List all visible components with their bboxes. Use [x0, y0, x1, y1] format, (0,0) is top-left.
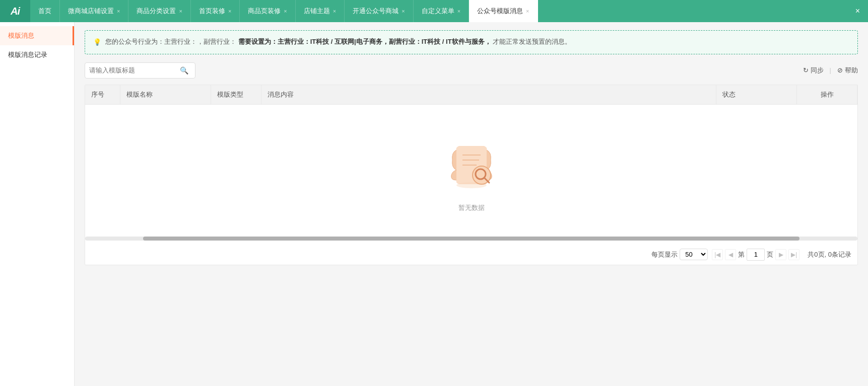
notice-text1: 您的公众号行业为：主营行业：，副营行业：	[105, 38, 236, 45]
page-navigation: |◀ ◀ 第 页 ▶ ▶|	[712, 249, 799, 261]
th-name: 模版名称	[120, 85, 211, 104]
nav-item-theme[interactable]: 店铺主题 ×	[296, 0, 345, 22]
top-navigation: Ai 首页 微商城店铺设置 × 商品分类设置 × 首页装修 × 商品页装修 × …	[0, 0, 868, 22]
first-page-button[interactable]: |◀	[712, 249, 723, 260]
app-logo: Ai	[0, 0, 30, 22]
sidebar-item-template-log[interactable]: 模版消息记录	[0, 45, 74, 64]
data-table: 序号 模版名称 模版类型 消息内容 状态 操作	[85, 85, 858, 265]
main-layout: 模版消息 模版消息记录 💡 您的公众号行业为：主营行业：，副营行业： 需要设置为…	[0, 22, 868, 386]
notice-banner: 💡 您的公众号行业为：主营行业：，副营行业： 需要设置为：主营行业：IT科技 /…	[85, 30, 858, 54]
empty-illustration	[441, 135, 502, 195]
sync-label: 同步	[811, 66, 824, 75]
action-divider: |	[830, 66, 831, 74]
nav-label-weshop: 微商城店铺设置	[68, 7, 114, 16]
close-wechat-shop-icon[interactable]: ×	[402, 8, 405, 14]
nav-item-weshop[interactable]: 微商城店铺设置 ×	[60, 0, 128, 22]
nav-item-home[interactable]: 首页	[30, 0, 60, 22]
sync-icon: ↻	[803, 66, 809, 74]
search-icon[interactable]: 🔍	[180, 66, 188, 74]
help-button[interactable]: ⊘ 帮助	[837, 66, 858, 75]
nav-label-homepage: 首页装修	[199, 7, 225, 16]
th-action: 操作	[797, 85, 857, 104]
nav-item-wechat-shop[interactable]: 开通公众号商城 ×	[345, 0, 413, 22]
prev-page-button[interactable]: ◀	[725, 249, 736, 260]
close-template-msg-icon[interactable]: ×	[526, 8, 529, 14]
page-size-select-input[interactable]: 50 10 20 100	[680, 249, 708, 260]
page-index-label: 第	[738, 250, 745, 259]
nav-label-template-msg: 公众号模版消息	[477, 7, 523, 16]
empty-state: 暂无数据	[85, 105, 857, 233]
close-custom-menu-icon[interactable]: ×	[457, 8, 460, 14]
sidebar: 模版消息 模版消息记录	[0, 22, 75, 386]
global-close-icon: ×	[855, 7, 860, 16]
sidebar-label-template-msg: 模版消息	[8, 32, 34, 39]
empty-text: 暂无数据	[458, 203, 485, 212]
notice-text2: 才能正常发送预置的消息。	[493, 38, 571, 45]
sidebar-item-template-msg[interactable]: 模版消息	[0, 26, 74, 45]
th-type: 模版类型	[211, 85, 261, 104]
nav-item-custom-menu[interactable]: 自定义菜单 ×	[414, 0, 469, 22]
nav-label-theme: 店铺主题	[304, 7, 330, 16]
sync-button[interactable]: ↻ 同步	[803, 66, 824, 75]
nav-label-custom-menu: 自定义菜单	[422, 7, 454, 16]
sidebar-label-template-log: 模版消息记录	[8, 51, 47, 58]
nav-label-category: 商品分类设置	[137, 7, 176, 16]
page-label: 页	[767, 250, 773, 259]
content-area: 💡 您的公众号行业为：主营行业：，副营行业： 需要设置为：主营行业：IT科技 /…	[75, 22, 868, 386]
global-close-button[interactable]: ×	[847, 0, 868, 22]
help-label: 帮助	[845, 66, 858, 75]
close-theme-icon[interactable]: ×	[333, 8, 336, 14]
nav-item-category[interactable]: 商品分类设置 ×	[128, 0, 190, 22]
horizontal-scrollbar[interactable]	[85, 237, 857, 241]
notice-icon: 💡	[93, 37, 101, 48]
nav-item-productpage[interactable]: 商品页装修 ×	[240, 0, 295, 22]
th-seq: 序号	[85, 85, 120, 104]
close-weshop-icon[interactable]: ×	[117, 8, 120, 14]
next-page-button[interactable]: ▶	[775, 249, 786, 260]
nav-label-productpage: 商品页装修	[248, 7, 281, 16]
close-category-icon[interactable]: ×	[179, 8, 182, 14]
last-page-button[interactable]: ▶|	[788, 249, 799, 260]
search-actions: ↻ 同步 | ⊘ 帮助	[803, 66, 858, 75]
close-productpage-icon[interactable]: ×	[284, 8, 287, 14]
page-size-selector: 每页显示 50 10 20 100	[651, 249, 708, 260]
th-status: 状态	[716, 85, 797, 104]
nav-label-wechat-shop: 开通公众号商城	[353, 7, 398, 16]
close-homepage-icon[interactable]: ×	[228, 8, 231, 14]
help-icon: ⊘	[837, 66, 843, 74]
search-bar: 🔍 ↻ 同步 | ⊘ 帮助	[85, 62, 858, 79]
nav-item-homepage[interactable]: 首页装修 ×	[191, 0, 240, 22]
total-info: 共0页, 0条记录	[808, 250, 851, 259]
table-header: 序号 模版名称 模版类型 消息内容 状态 操作	[85, 85, 857, 105]
scrollbar-thumb[interactable]	[143, 237, 799, 241]
notice-text: 您的公众号行业为：主营行业：，副营行业： 需要设置为：主营行业：IT科技 / 互…	[105, 37, 571, 47]
nav-label-home: 首页	[38, 7, 51, 16]
th-content: 消息内容	[261, 85, 716, 104]
page-number-input[interactable]	[747, 249, 765, 261]
page-size-label: 每页显示	[651, 250, 678, 259]
search-input[interactable]	[89, 66, 180, 74]
search-input-wrap[interactable]: 🔍	[85, 62, 195, 79]
pagination: 每页显示 50 10 20 100 |◀ ◀ 第 页 ▶ ▶|	[85, 245, 857, 265]
nav-item-template-msg[interactable]: 公众号模版消息 ×	[469, 0, 538, 22]
notice-highlight: 需要设置为：主营行业：IT科技 / 互联网|电子商务，副营行业：IT科技 / I…	[238, 38, 491, 45]
